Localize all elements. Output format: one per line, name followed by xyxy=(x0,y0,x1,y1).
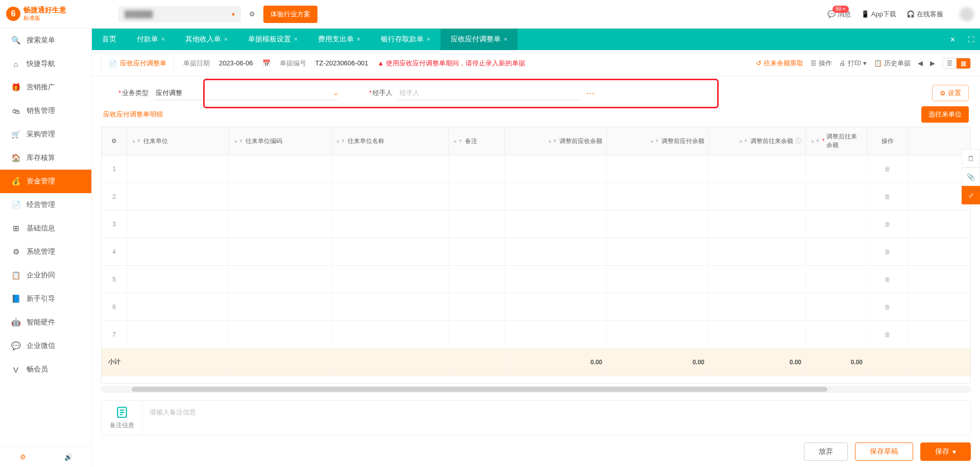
cell-name[interactable] xyxy=(331,293,449,320)
tab[interactable]: 应收应付调整单× xyxy=(440,29,518,50)
cell-ap[interactable] xyxy=(607,211,709,238)
sidebar-item[interactable]: ⚙系统管理 xyxy=(0,240,91,264)
cell-name[interactable] xyxy=(331,238,449,265)
sidebar-sound-button[interactable]: 🔊 xyxy=(46,447,92,467)
col-gear[interactable]: ⚙ xyxy=(102,127,127,155)
cell-code[interactable] xyxy=(229,321,331,348)
history-button[interactable]: 📋 历史单据 xyxy=(874,59,911,68)
cell-bal[interactable] xyxy=(709,293,806,320)
delete-icon[interactable]: 🗑 xyxy=(885,193,891,200)
cell-ar[interactable] xyxy=(505,183,607,210)
cell-code[interactable] xyxy=(229,155,331,182)
cell-unit[interactable] xyxy=(127,321,229,348)
cell-remark[interactable] xyxy=(449,238,505,265)
col-after[interactable]: ▲▼*调整后往来余额 xyxy=(806,127,867,155)
float-attach-icon[interactable]: 📎 xyxy=(962,168,980,186)
table-row[interactable]: 4 🗑 xyxy=(102,238,970,266)
industry-solution-button[interactable]: 体验行业方案 xyxy=(263,6,317,23)
cell-after[interactable] xyxy=(806,238,867,265)
company-selector[interactable]: ██████ ▾ xyxy=(118,6,241,22)
calendar-icon[interactable]: 📅 xyxy=(262,59,271,67)
horizontal-scrollbar[interactable] xyxy=(101,386,971,393)
col-code[interactable]: ▲▼往来单位编码 xyxy=(229,127,331,155)
chevron-down-icon[interactable]: ⌄ xyxy=(333,89,338,97)
cell-ap[interactable] xyxy=(607,321,709,348)
col-remark[interactable]: ▲▼备注 xyxy=(449,127,505,155)
table-row[interactable]: 2 🗑 xyxy=(102,183,970,211)
cell-remark[interactable] xyxy=(449,211,505,238)
print-button[interactable]: 🖨 打印 ▾ xyxy=(839,59,867,68)
cell-name[interactable] xyxy=(331,266,449,293)
cell-unit[interactable] xyxy=(127,238,229,265)
cell-bal[interactable] xyxy=(709,238,806,265)
cell-ar[interactable] xyxy=(505,238,607,265)
recalc-balance-button[interactable]: ↺ 往来余额重取 xyxy=(756,59,803,68)
cell-ap[interactable] xyxy=(607,238,709,265)
cell-unit[interactable] xyxy=(127,155,229,182)
cell-code[interactable] xyxy=(229,183,331,210)
col-ar[interactable]: ▲▼调整前应收余额 xyxy=(505,127,607,155)
cell-name[interactable] xyxy=(331,155,449,182)
table-row[interactable]: 3 🗑 xyxy=(102,211,970,238)
cell-unit[interactable] xyxy=(127,183,229,210)
tab[interactable]: 首页 xyxy=(92,29,127,50)
tab[interactable]: 单据模板设置× xyxy=(238,29,308,50)
col-name[interactable]: ▲▼往来单位名称 xyxy=(331,127,449,155)
cell-after[interactable] xyxy=(806,321,867,348)
view-toggle[interactable]: ☰ ▦ xyxy=(942,58,971,69)
avatar[interactable] xyxy=(960,7,974,21)
cell-ap[interactable] xyxy=(607,266,709,293)
tab[interactable]: 银行存取款单× xyxy=(371,29,440,50)
cell-code[interactable] xyxy=(229,266,331,293)
business-type-field[interactable]: *业务类型 ⌄ xyxy=(118,86,338,100)
col-bal[interactable]: ▲▼调整前往来余额 ⓘ xyxy=(709,127,806,155)
close-icon[interactable]: × xyxy=(224,36,228,43)
float-note-icon[interactable]: 🗒 xyxy=(962,149,980,168)
cell-ap[interactable] xyxy=(607,155,709,182)
cell-code[interactable] xyxy=(229,211,331,238)
sidebar-item[interactable]: 🛒采购管理 xyxy=(0,123,91,146)
close-icon[interactable]: × xyxy=(357,36,360,43)
delete-icon[interactable]: 🗑 xyxy=(885,221,891,228)
close-icon[interactable]: × xyxy=(504,36,507,43)
cell-ap[interactable] xyxy=(607,183,709,210)
cell-name[interactable] xyxy=(331,211,449,238)
cell-ar[interactable] xyxy=(505,321,607,348)
operations-button[interactable]: ☰ 操作 xyxy=(811,59,832,68)
tab-expand-button[interactable]: ⛶ xyxy=(962,36,980,43)
delete-icon[interactable]: 🗑 xyxy=(885,248,891,255)
sidebar-item[interactable]: 📋企业协同 xyxy=(0,264,91,287)
prev-page-icon[interactable]: ◀ xyxy=(918,59,923,67)
cell-after[interactable] xyxy=(806,293,867,320)
remark-textarea[interactable] xyxy=(142,401,970,435)
cell-remark[interactable] xyxy=(449,266,505,293)
col-unit[interactable]: ▲▼往来单位 xyxy=(127,127,229,155)
messages-link[interactable]: 💬 消息 99 + xyxy=(827,10,851,19)
app-download-link[interactable]: 📱 App下载 xyxy=(861,10,896,19)
sidebar-item[interactable]: 💰资金管理 xyxy=(0,170,91,193)
delete-icon[interactable]: 🗑 xyxy=(885,166,891,173)
sidebar-item[interactable]: 🤖智能硬件 xyxy=(0,311,91,334)
sidebar-item[interactable]: 🔍搜索菜单 xyxy=(0,29,91,52)
support-link[interactable]: 🎧 在线客服 xyxy=(906,10,943,19)
cell-ar[interactable] xyxy=(505,266,607,293)
close-icon[interactable]: × xyxy=(294,36,298,43)
cell-bal[interactable] xyxy=(709,183,806,210)
settings-button[interactable]: ⚙ 设置 xyxy=(932,85,969,101)
cell-remark[interactable] xyxy=(449,293,505,320)
sidebar-item[interactable]: 🛍销售管理 xyxy=(0,99,91,123)
cell-after[interactable] xyxy=(806,183,867,210)
sidebar-item[interactable]: ⌂快捷导航 xyxy=(0,52,91,76)
cell-remark[interactable] xyxy=(449,321,505,348)
float-expand-icon[interactable]: ⤢ xyxy=(962,186,980,204)
cell-ar[interactable] xyxy=(505,293,607,320)
close-icon[interactable]: × xyxy=(161,36,165,43)
discard-button[interactable]: 放弃 xyxy=(804,442,848,461)
table-row[interactable]: 1 🗑 xyxy=(102,155,970,183)
cell-remark[interactable] xyxy=(449,183,505,210)
tab[interactable]: 费用支出单× xyxy=(308,29,371,50)
sidebar-item[interactable]: ⊞基础信息 xyxy=(0,217,91,240)
cell-code[interactable] xyxy=(229,238,331,265)
cell-unit[interactable] xyxy=(127,211,229,238)
delete-icon[interactable]: 🗑 xyxy=(885,276,891,283)
